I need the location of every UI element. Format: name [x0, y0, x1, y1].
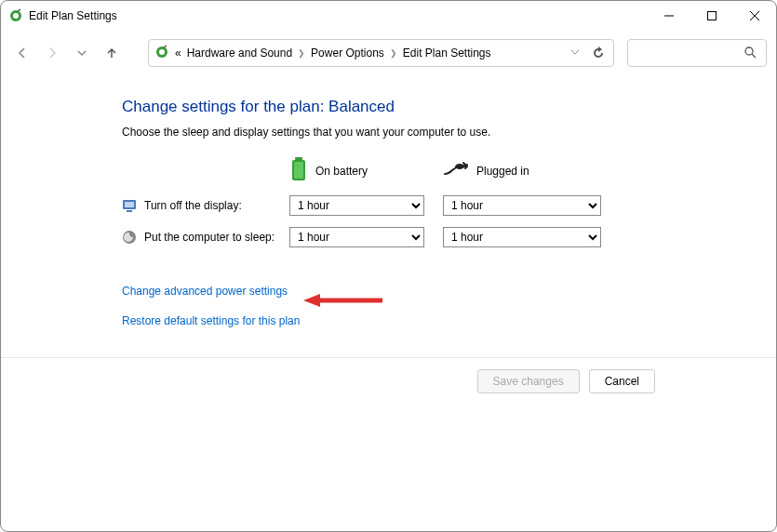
row-label-sleep: Put the computer to sleep:	[122, 230, 289, 245]
minimize-button[interactable]	[648, 1, 690, 31]
search-input[interactable]	[627, 39, 767, 67]
cancel-button[interactable]: Cancel	[589, 369, 655, 393]
svg-point-8	[745, 47, 753, 55]
sleep-icon	[122, 230, 137, 245]
recent-button[interactable]	[70, 41, 94, 65]
breadcrumb-item[interactable]: Power Options	[311, 47, 384, 60]
restore-defaults-link[interactable]: Restore default settings for this plan	[122, 314, 300, 327]
svg-rect-12	[294, 162, 303, 179]
row-label-display: Turn off the display:	[122, 198, 289, 213]
svg-rect-16	[127, 210, 132, 212]
display-battery-select[interactable]: 1 hour	[289, 195, 424, 216]
back-button[interactable]	[10, 41, 34, 65]
display-icon	[122, 198, 137, 213]
save-button[interactable]: Save changes	[477, 369, 580, 393]
column-header-plugged: Plugged in	[443, 161, 601, 180]
svg-rect-3	[708, 12, 717, 20]
page-subtitle: Choose the sleep and display settings th…	[122, 126, 776, 139]
svg-point-13	[455, 164, 464, 169]
column-header-battery: On battery	[289, 157, 424, 184]
sleep-battery-select[interactable]: 1 hour	[289, 227, 424, 247]
sleep-plugged-select[interactable]: 1 hour	[443, 227, 601, 247]
close-button[interactable]	[733, 1, 776, 31]
display-plugged-select[interactable]: 1 hour	[443, 195, 601, 216]
svg-rect-15	[125, 202, 134, 207]
page-title: Change settings for the plan: Balanced	[122, 98, 776, 116]
forward-button[interactable]	[40, 41, 64, 65]
breadcrumb-item[interactable]: Edit Plan Settings	[403, 47, 491, 60]
app-icon	[8, 8, 23, 23]
chevron-right-icon: ❯	[298, 48, 305, 58]
svg-rect-10	[295, 157, 302, 160]
maximize-button[interactable]	[690, 1, 733, 31]
titlebar: Edit Plan Settings	[1, 1, 776, 31]
content: Change settings for the plan: Balanced C…	[1, 70, 776, 344]
address-bar[interactable]: « Hardware and Sound ❯ Power Options ❯ E…	[148, 39, 614, 67]
svg-marker-19	[303, 294, 320, 307]
chevron-right-icon: ❯	[390, 48, 397, 58]
location-icon	[154, 45, 169, 62]
breadcrumb-prefix: «	[175, 47, 181, 60]
address-dropdown-icon[interactable]	[570, 47, 580, 60]
footer: Save changes Cancel	[1, 358, 776, 393]
up-button[interactable]	[100, 41, 124, 65]
search-icon	[744, 46, 757, 61]
advanced-settings-link[interactable]: Change advanced power settings	[122, 285, 288, 298]
svg-point-7	[159, 49, 165, 55]
plug-icon	[443, 161, 469, 180]
svg-line-9	[752, 54, 756, 58]
navbar: « Hardware and Sound ❯ Power Options ❯ E…	[1, 36, 776, 70]
annotation-arrow-icon	[303, 292, 387, 309]
refresh-button[interactable]	[589, 47, 608, 60]
breadcrumb-item[interactable]: Hardware and Sound	[187, 47, 292, 60]
window-title: Edit Plan Settings	[29, 9, 648, 22]
battery-icon	[289, 157, 308, 184]
svg-point-1	[13, 13, 19, 19]
